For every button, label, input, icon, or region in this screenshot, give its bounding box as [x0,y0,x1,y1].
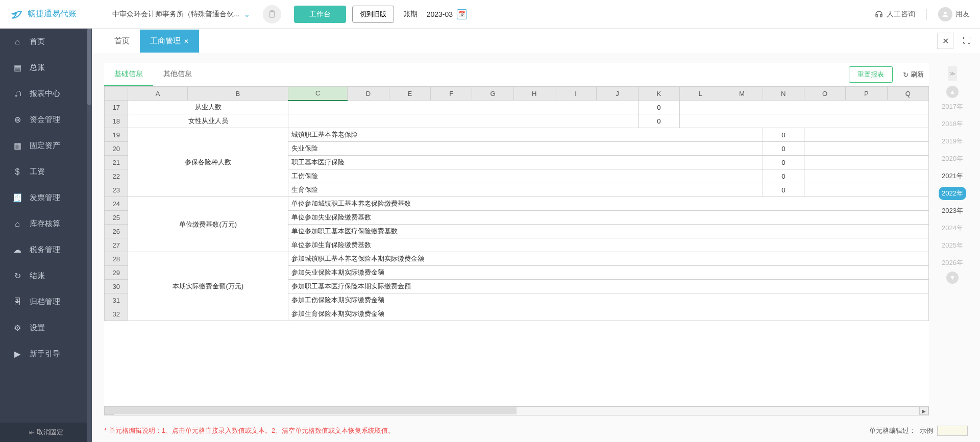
data-label-cell[interactable]: 职工基本医疗保险 [288,156,763,169]
data-label-cell[interactable]: 参加工伤保险本期实际缴费金额 [288,293,929,307]
data-label-cell[interactable]: 单位参加职工基本医疗保险缴费基数 [288,225,929,238]
row-header[interactable]: 23 [105,183,128,197]
col-header-L[interactable]: L [679,87,721,101]
grid-row-17[interactable]: 17从业人数0 [105,101,929,114]
col-header-I[interactable]: I [555,87,596,101]
year-item[interactable]: 2026年 [939,256,966,269]
data-label-cell[interactable]: 单位参加生育保险缴费基数 [288,238,929,252]
sidebar-item-3[interactable]: ⊚资金管理 [0,107,92,133]
row-label[interactable]: 女性从业人员 [128,114,288,128]
sidebar-item-0[interactable]: ⌂首页 [0,29,92,55]
col-header-G[interactable]: G [472,87,513,101]
support-link[interactable]: 人工咨询 [874,10,915,19]
sheet-tab-1[interactable]: 其他信息 [153,63,202,86]
year-item[interactable]: 2019年 [939,135,966,148]
sidebar-item-11[interactable]: ⚙设置 [0,315,92,341]
row-header[interactable]: 19 [105,128,128,142]
sidebar-item-9[interactable]: ↻结账 [0,263,92,289]
group-label[interactable]: 参保各险种人数 [128,128,288,197]
year-up-button[interactable]: ▲ [946,86,959,98]
data-label-cell[interactable]: 城镇职工基本养老保险 [288,128,763,142]
row-header[interactable]: 24 [105,197,128,211]
col-header-B[interactable]: B [187,87,288,101]
data-label-cell[interactable]: 参加城镇职工基本养老保险本期实际缴费金额 [288,252,929,266]
group-label[interactable]: 单位缴费基数(万元) [128,197,288,252]
data-label-cell[interactable]: 工伤保险 [288,169,763,183]
sidebar-item-1[interactable]: ▤总账 [0,55,92,81]
row-header[interactable]: 25 [105,211,128,225]
row-header[interactable]: 29 [105,266,128,280]
row-header[interactable]: 18 [105,114,128,128]
horizontal-scrollbar[interactable]: ◀ ▶ [104,406,929,415]
value-cell[interactable]: 0 [638,101,679,114]
row-header[interactable]: 17 [105,101,128,114]
sidebar-item-8[interactable]: ☁税务管理 [0,237,92,263]
col-header-J[interactable]: J [597,87,638,101]
grid-row-18[interactable]: 18女性从业人员0 [105,114,929,128]
col-header-C[interactable]: C [288,87,348,101]
col-header-Q[interactable]: Q [887,87,928,101]
data-label-cell[interactable]: 生育保险 [288,183,763,197]
sidebar-item-5[interactable]: $工资 [0,159,92,185]
col-header-K[interactable]: K [638,87,679,101]
row-header[interactable]: 27 [105,238,128,252]
row-header[interactable]: 22 [105,169,128,183]
data-label-cell[interactable]: 单位参加失业保险缴费基数 [288,211,929,225]
value-cell[interactable]: 0 [763,169,804,183]
fullscreen-button[interactable]: ⛶ [959,33,975,49]
value-cell[interactable]: 0 [763,183,804,197]
refresh-button[interactable]: ↻ 刷新 [903,70,924,79]
sidebar-item-2[interactable]: ⮏报表中心 [0,81,92,107]
collapse-year-panel-icon[interactable]: ≫ [948,66,957,81]
col-header-F[interactable]: F [430,87,472,101]
col-header-A[interactable]: A [128,87,187,101]
data-label-cell[interactable]: 失业保险 [288,142,763,156]
corner-cell[interactable] [105,87,128,101]
data-label-cell[interactable]: 参加生育保险本期实际缴费金额 [288,307,929,321]
sidebar-item-7[interactable]: ⌂库存核算 [0,211,92,237]
year-item[interactable]: 2017年 [939,100,966,113]
row-header[interactable]: 30 [105,280,128,293]
scroll-right-icon[interactable]: ▶ [919,407,928,415]
close-tab-button[interactable]: ✕ [937,33,953,49]
user-menu[interactable]: 用友 [938,7,970,21]
sheet-tab-0[interactable]: 基础信息 [104,63,153,86]
year-item[interactable]: 2022年 [939,187,966,200]
data-label-cell[interactable]: 参加失业保险本期实际缴费金额 [288,266,929,280]
reset-report-button[interactable]: 重置报表 [849,66,893,83]
year-item[interactable]: 2021年 [939,169,966,183]
old-version-button[interactable]: 切到旧版 [352,6,394,23]
year-item[interactable]: 2024年 [939,222,966,235]
grid-row-19[interactable]: 19参保各险种人数城镇职工基本养老保险0 [105,128,929,142]
col-header-P[interactable]: P [846,87,887,101]
year-item[interactable]: 2025年 [939,239,966,252]
unpin-button[interactable]: ⇤ 取消固定 [0,423,92,442]
sidebar-item-4[interactable]: ▦固定资产 [0,133,92,159]
row-header[interactable]: 20 [105,142,128,156]
data-label-cell[interactable]: 单位参加城镇职工基本养老保险缴费基数 [288,197,929,211]
page-tab-1[interactable]: 工商管理✕ [140,30,199,53]
grid-row-24[interactable]: 24单位缴费基数(万元)单位参加城镇职工基本养老保险缴费基数 [105,197,929,211]
org-selector[interactable]: 中审众环会计师事务所（特殊普通合伙... ⌄ [112,10,250,19]
data-label-cell[interactable]: 参加职工基本医疗保险本期实际缴费金额 [288,280,929,293]
spreadsheet-grid[interactable]: ABCDEFGHIJKLMNOPQ 17从业人数018女性从业人员019参保各险… [104,86,929,321]
year-down-button[interactable]: ▼ [946,272,959,284]
value-cell[interactable]: 0 [763,128,804,142]
year-item[interactable]: 2020年 [939,152,966,165]
page-tab-0[interactable]: 首页 [104,30,140,53]
year-item[interactable]: 2018年 [939,117,966,131]
row-header[interactable]: 32 [105,307,128,321]
value-cell[interactable]: 0 [638,114,679,128]
value-cell[interactable]: 0 [763,156,804,169]
row-header[interactable]: 28 [105,252,128,266]
value-cell[interactable]: 0 [763,142,804,156]
col-header-E[interactable]: E [389,87,430,101]
group-label[interactable]: 本期实际缴费金额(万元) [128,252,288,321]
row-header[interactable]: 26 [105,225,128,238]
workbench-button[interactable]: 工作台 [294,6,346,23]
close-icon[interactable]: ✕ [184,38,189,45]
scroll-thumb[interactable] [105,407,517,414]
sidebar-item-12[interactable]: ▶新手引导 [0,341,92,367]
col-header-N[interactable]: N [763,87,804,101]
clipboard-button[interactable] [263,5,281,23]
